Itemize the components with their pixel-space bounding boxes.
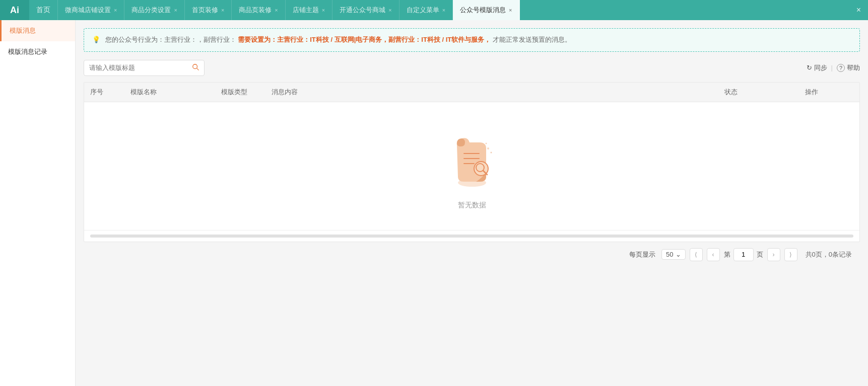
page-input-wrap: 第 页 [724,248,763,261]
divider: | [831,64,833,71]
scrollbar-row[interactable] [84,230,859,242]
notice-banner: 💡 您的公众号行业为：主营行业：，副营行业： 需要设置为：主营行业：IT科技 /… [84,28,860,52]
nav-tab-home-decor[interactable]: 首页装修 × [185,0,232,20]
nav-tab-category-settings-label: 商品分类设置 [131,6,171,15]
col-header-content: 消息内容 [265,88,718,97]
close-weshop-settings-icon[interactable]: × [114,7,117,13]
close-template-msg-icon[interactable]: × [509,7,512,13]
sync-label: 同步 [814,63,827,72]
help-label: 帮助 [847,63,860,72]
nav-tab-home-decor-label: 首页装修 [192,6,218,15]
help-icon-circle: ? [837,64,845,72]
page-size-dropdown-icon: ⌄ [676,251,681,258]
sidebar-item-template-msg-label: 模版消息 [10,27,36,34]
page-size-select[interactable]: 50 ⌄ [661,249,685,260]
first-page-button[interactable]: ⟨ [690,248,703,261]
last-page-icon: ⟩ [789,251,792,258]
nav-tab-custom-menu[interactable]: 自定义菜单 × [399,0,453,20]
col-header-seq: 序号 [84,88,124,97]
scrollbar-track[interactable] [90,235,853,238]
sidebar-item-template-msg-record-label: 模版消息记录 [8,48,47,55]
close-category-settings-icon[interactable]: × [174,7,177,13]
sidebar: 模版消息 模版消息记录 [0,20,76,386]
page-prefix-label: 第 [724,250,730,259]
close-product-decor-icon[interactable]: × [275,7,278,13]
main-content: 💡 您的公众号行业为：主营行业：，副营行业： 需要设置为：主营行业：IT科技 /… [76,20,868,386]
nav-tab-template-msg[interactable]: 公众号模版消息 × [453,0,519,20]
notice-text-prefix: 您的公众号行业为：主营行业：，副营行业： [105,36,236,43]
close-open-mall-icon[interactable]: × [388,7,391,13]
search-input[interactable] [89,64,189,71]
main-layout: 模版消息 模版消息记录 💡 您的公众号行业为：主营行业：，副营行业： 需要设置为… [0,20,868,386]
col-header-name: 模版名称 [124,88,215,97]
col-header-type: 模版类型 [215,88,265,97]
notice-icon: 💡 [92,36,100,43]
sidebar-item-template-msg-record[interactable]: 模版消息记录 [0,41,75,62]
nav-tab-template-msg-label: 公众号模版消息 [460,6,506,15]
notice-text-suffix: 才能正常发送预置的消息。 [493,36,571,43]
notice-highlight: 需要设置为：主营行业：IT科技 / 互联网|电子商务，副营行业：IT科技 / I… [238,36,491,43]
prev-page-icon: ‹ [712,251,714,258]
svg-point-11 [485,142,487,144]
empty-icon [442,132,502,193]
sync-button[interactable]: ↻ 同步 [807,63,827,72]
data-table: 序号 模版名称 模版类型 消息内容 状态 操作 [84,82,860,242]
svg-line-1 [197,68,199,70]
nav-tab-product-decor[interactable]: 商品页装修 × [232,0,285,20]
nav-tab-weshop-settings[interactable]: 微商城店铺设置 × [58,0,124,20]
sync-icon: ↻ [807,64,812,71]
page-size-label: 每页显示 [629,250,655,259]
help-button[interactable]: ? 帮助 [837,63,860,72]
sidebar-item-template-msg[interactable]: 模版消息 [0,20,75,41]
close-shop-theme-icon[interactable]: × [322,7,325,13]
svg-point-9 [487,147,489,149]
table-header: 序号 模版名称 模版类型 消息内容 状态 操作 [84,83,859,102]
search-bar: ↻ 同步 | ? 帮助 [84,60,860,76]
nav-tab-shop-theme[interactable]: 店铺主题 × [286,0,332,20]
nav-tab-home-label: 首页 [36,6,50,15]
nav-tab-open-mall-label: 开通公众号商城 [340,6,385,15]
close-home-decor-icon[interactable]: × [221,7,224,13]
empty-text: 暂无数据 [458,201,486,210]
nav-tab-custom-menu-label: 自定义菜单 [407,6,439,15]
empty-state: 暂无数据 [84,102,859,230]
prev-page-button[interactable]: ‹ [707,248,720,261]
page-size-value: 50 [666,251,673,258]
nav-tab-product-decor-label: 商品页装修 [239,6,272,15]
page-number-input[interactable] [733,248,754,261]
svg-point-10 [490,151,492,153]
nav-tab-shop-theme-label: 店铺主题 [293,6,319,15]
nav-tab-open-mall[interactable]: 开通公众号商城 × [332,0,399,20]
next-page-button[interactable]: › [767,248,780,261]
search-icon[interactable] [192,63,199,72]
app-logo: Ai [0,0,29,20]
col-header-status: 状态 [718,88,799,97]
last-page-button[interactable]: ⟩ [784,248,797,261]
nav-tab-home[interactable]: 首页 [29,0,58,20]
first-page-icon: ⟨ [695,251,697,258]
pagination: 每页显示 50 ⌄ ⟨ ‹ 第 页 › ⟩ 共0页，0条记录 [84,242,860,267]
nav-tab-weshop-settings-label: 微商城店铺设置 [65,6,111,15]
total-info: 共0页，0条记录 [806,250,852,259]
next-page-icon: › [773,251,775,258]
nav-tab-category-settings[interactable]: 商品分类设置 × [124,0,184,20]
toolbar-right: ↻ 同步 | ? 帮助 [807,63,860,72]
search-input-wrap[interactable] [84,60,205,76]
top-nav: Ai 首页 微商城店铺设置 × 商品分类设置 × 首页装修 × 商品页装修 × … [0,0,868,20]
page-suffix-label: 页 [757,250,763,259]
col-header-action: 操作 [799,88,859,97]
close-custom-menu-icon[interactable]: × [442,7,445,13]
close-all-button[interactable]: × [849,6,868,15]
